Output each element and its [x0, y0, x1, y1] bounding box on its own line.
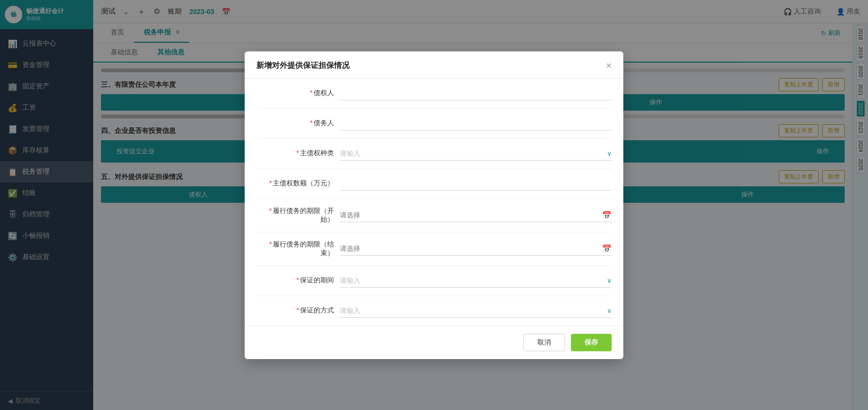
guarantee-method-select[interactable]: ∨	[340, 304, 612, 318]
guarantee-method-input[interactable]	[340, 304, 607, 317]
save-button[interactable]: 保存	[571, 334, 612, 351]
period-start-date[interactable]: 📅	[340, 208, 612, 222]
modal-header: 新增对外提供保证担保情况 ×	[245, 51, 623, 79]
debt-type-select[interactable]: ∨	[340, 147, 612, 161]
form-row-creditor: *债权人	[256, 79, 612, 109]
creditor-input-wrap	[340, 86, 612, 100]
period-start-calendar-icon[interactable]: 📅	[602, 211, 612, 220]
modal-body: *债权人 *债务人 *主债权种类	[245, 79, 623, 326]
debtor-label: *债务人	[256, 119, 334, 128]
cancel-button[interactable]: 取消	[523, 334, 565, 351]
debt-type-label: *主债权种类	[256, 149, 334, 158]
form-row-guarantee-method: *保证的方式 ∨	[256, 296, 612, 326]
period-start-label: *履行债务的期限（开始）	[256, 207, 334, 224]
debtor-input-wrap	[340, 116, 612, 131]
modal-footer: 取消 保存	[245, 326, 623, 359]
debtor-input[interactable]	[340, 116, 612, 131]
debt-amount-input[interactable]	[340, 177, 612, 191]
form-row-debtor: *债务人	[256, 109, 612, 139]
guarantee-period-label: *保证的期间	[256, 276, 334, 285]
period-start-input[interactable]	[340, 208, 602, 222]
modal: 新增对外提供保证担保情况 × *债权人 *债务人	[245, 51, 623, 359]
debt-type-arrow-icon[interactable]: ∨	[607, 149, 612, 157]
guarantee-period-arrow-icon[interactable]: ∨	[607, 277, 612, 284]
debt-amount-input-wrap	[340, 177, 612, 191]
form-row-period-start: *履行债务的期限（开始） 📅	[256, 199, 612, 232]
debt-amount-label: *主债权数额（万元）	[256, 179, 334, 188]
period-end-label: *履行债务的期限（结束）	[256, 240, 334, 258]
guarantee-method-label: *保证的方式	[256, 306, 334, 315]
period-end-input[interactable]	[340, 242, 602, 255]
modal-close-button[interactable]: ×	[606, 60, 612, 71]
modal-title: 新增对外提供保证担保情况	[256, 61, 350, 71]
debt-type-input[interactable]	[340, 147, 607, 160]
form-row-debt-amount: *主债权数额（万元）	[256, 169, 612, 199]
modal-overlay: 新增对外提供保证担保情况 × *债权人 *债务人	[0, 0, 868, 410]
creditor-label: *债权人	[256, 89, 334, 98]
form-row-debt-type: *主债权种类 ∨	[256, 139, 612, 169]
guarantee-period-input[interactable]	[340, 274, 607, 287]
creditor-input[interactable]	[340, 86, 612, 100]
guarantee-method-arrow-icon[interactable]: ∨	[607, 307, 612, 314]
period-end-date[interactable]: 📅	[340, 242, 612, 256]
period-end-calendar-icon[interactable]: 📅	[602, 244, 612, 253]
guarantee-period-select[interactable]: ∨	[340, 274, 612, 288]
form-row-guarantee-period: *保证的期间 ∨	[256, 266, 612, 296]
form-row-period-end: *履行债务的期限（结束） 📅	[256, 232, 612, 266]
